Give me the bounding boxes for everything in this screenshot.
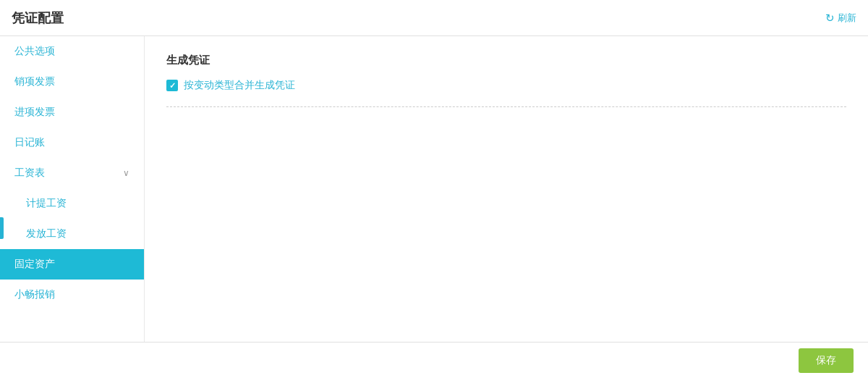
checkbox-label: 按变动类型合并生成凭证	[184, 79, 295, 92]
divider	[166, 106, 846, 107]
footer: 保存	[0, 342, 868, 378]
sidebar-item-label: 销项发票	[14, 75, 55, 88]
merge-checkbox[interactable]	[166, 80, 178, 91]
main-content: 生成凭证 按变动类型合并生成凭证	[145, 36, 868, 342]
sidebar-item-payroll[interactable]: 工资表∨	[0, 158, 144, 188]
refresh-button[interactable]: 刷新	[825, 12, 856, 25]
header: 凭证配置 刷新	[0, 0, 868, 36]
sidebar-item-payroll-calc[interactable]: 计提工资	[0, 188, 144, 219]
sidebar: 公共选项销项发票进项发票日记账工资表∨计提工资发放工资固定资产小畅报销	[0, 36, 145, 342]
checkbox-row: 按变动类型合并生成凭证	[166, 79, 846, 92]
scroll-indicator	[0, 217, 4, 239]
sidebar-item-label: 固定资产	[14, 258, 55, 271]
sidebar-item-payroll-pay[interactable]: 发放工资	[0, 219, 144, 249]
body: 公共选项销项发票进项发票日记账工资表∨计提工资发放工资固定资产小畅报销 生成凭证…	[0, 36, 868, 342]
sidebar-item-journal[interactable]: 日记账	[0, 127, 144, 158]
page-title: 凭证配置	[12, 9, 64, 27]
sidebar-item-purchase-invoice[interactable]: 进项发票	[0, 97, 144, 127]
sidebar-item-label: 发放工资	[26, 227, 67, 240]
sidebar-item-public-options[interactable]: 公共选项	[0, 36, 144, 67]
sidebar-item-expense[interactable]: 小畅报销	[0, 280, 144, 310]
page-wrapper: 凭证配置 刷新 公共选项销项发票进项发票日记账工资表∨计提工资发放工资固定资产小…	[0, 0, 868, 378]
save-button[interactable]: 保存	[799, 348, 854, 373]
chevron-down-icon: ∨	[123, 168, 129, 178]
sidebar-item-label: 日记账	[14, 136, 45, 149]
sidebar-item-label: 工资表	[14, 167, 45, 180]
sidebar-item-label: 小畅报销	[14, 288, 55, 301]
sidebar-item-label: 计提工资	[26, 197, 67, 210]
sidebar-item-sales-invoice[interactable]: 销项发票	[0, 67, 144, 97]
sidebar-item-label: 公共选项	[14, 45, 55, 58]
sidebar-item-label: 进项发票	[14, 106, 55, 119]
sidebar-item-fixed-assets[interactable]: 固定资产	[0, 249, 144, 280]
section-title: 生成凭证	[166, 54, 846, 67]
